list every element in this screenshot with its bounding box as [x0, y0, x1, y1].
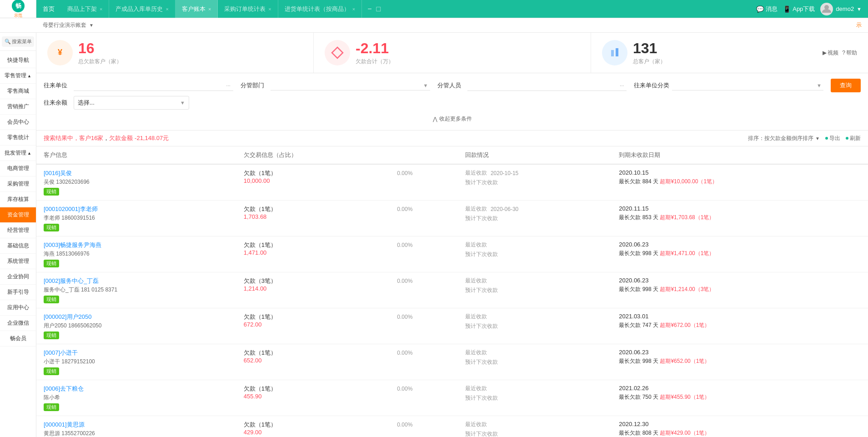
debt-amount[interactable]: 652.00 [244, 357, 383, 364]
search-menu-btn[interactable]: 🔍 搜索菜单 [2, 36, 34, 47]
customer-sub: 小迸干 18279152100 [44, 358, 229, 366]
customer-name-link[interactable]: [0003]畅捷服务尹海燕 [44, 241, 229, 249]
overdue-link[interactable]: 超期¥672.00（1笔） [660, 322, 710, 328]
sidebar-item-ecommerce[interactable]: 电商管理 [0, 161, 36, 176]
last-pay-date: 2020-06-30 [491, 206, 518, 212]
debt-pct: 0.00% [397, 350, 451, 356]
debt-label: 欠款（1笔） [244, 313, 383, 321]
avatar [820, 3, 833, 15]
debt-amount[interactable]: 1,471.00 [244, 249, 383, 256]
tab-close-icon[interactable]: × [100, 6, 102, 12]
sidebar-item-basic-info[interactable]: 基础信息 [0, 238, 36, 254]
due-date: 2020.11.15 [619, 205, 861, 212]
arrow-icon: ▲ [27, 151, 31, 156]
supplier-input[interactable] [74, 80, 233, 91]
overdue-link[interactable]: 超期¥10,000.00（1笔） [660, 178, 717, 185]
filter-dept: 分管部门 ▼ [241, 81, 430, 90]
customer-name-link[interactable]: [000002]用户2050 [44, 313, 229, 321]
tab-products-off[interactable]: 商品上下架 × [61, 0, 109, 18]
debt-amount[interactable]: 429.00 [244, 429, 383, 436]
overdue-link[interactable]: 超期¥429.00（1笔） [660, 430, 710, 436]
customer-name-link[interactable]: [0016]吴俊 [44, 169, 229, 177]
max-days: 最长欠款 998 天 [619, 250, 660, 256]
sidebar-item-system-mgmt[interactable]: 系统管理 [0, 254, 36, 269]
table-row: [000002]用户2050 用户2050 18665062050 现销 欠款（… [36, 308, 868, 344]
help-btn[interactable]: ? 帮助 [842, 49, 857, 57]
tab-close-icon[interactable]: × [208, 6, 211, 12]
debt-amount[interactable]: 10,000.00 [244, 177, 383, 184]
sidebar-item-畅会员[interactable]: 畅会员 [0, 331, 36, 347]
sidebar-item-enterprise-wechat[interactable]: 企业微信 [0, 316, 36, 331]
sidebar-item-purchase-mgmt[interactable]: 采购管理 [0, 176, 36, 192]
debt-amount[interactable]: 672.00 [244, 321, 383, 328]
overdue-link[interactable]: 超期¥455.90（1笔） [660, 394, 710, 400]
customer-name-link[interactable]: [0007]小迸干 [44, 349, 229, 357]
customer-name-link[interactable]: [0001020001]李老师 [44, 205, 229, 213]
message-btn[interactable]: 💬 消息 [756, 5, 778, 13]
tab-purchase-order[interactable]: 采购订单统计表 × [218, 0, 278, 18]
sidebar-item-retail-stats[interactable]: 零售统计 [0, 130, 36, 146]
tab-incoming-stats[interactable]: 进货单统计表（按商品） × [278, 0, 362, 18]
filter-person-wrap: ··· [467, 80, 627, 91]
minimize-btn[interactable]: − [367, 5, 371, 13]
overdue-link[interactable]: 超期¥1,214.00（3笔） [660, 286, 714, 292]
person-input[interactable] [467, 80, 627, 91]
overdue-link[interactable]: 超期¥1,471.00（1笔） [660, 250, 714, 256]
customer-name-link[interactable]: [000001]黄思源 [44, 421, 229, 429]
person-more-icon[interactable]: ··· [620, 83, 624, 88]
last-pay-label: 最近收款 [465, 313, 487, 321]
tab-customer-account[interactable]: 客户账本 × [176, 0, 218, 18]
show-btn[interactable]: 示 [856, 21, 868, 29]
debt-info-cell: 欠款（1笔） 455.90 [236, 380, 390, 416]
maximize-btn[interactable]: □ [376, 5, 381, 13]
overdue-link[interactable]: 超期¥652.00（1笔） [660, 358, 710, 364]
sidebar-item-app-center[interactable]: 应用中心 [0, 300, 36, 316]
stat-label-3: 总客户（家） [633, 58, 666, 65]
sidebar-item-enterprise-collab[interactable]: 企业协同 [0, 269, 36, 285]
company-selector[interactable]: 母婴行业演示账套 ▼ [36, 21, 100, 29]
tab-close-icon[interactable]: × [166, 6, 168, 12]
export-btn[interactable]: 导出 [825, 135, 840, 142]
dept-select[interactable]: ▼ [271, 81, 430, 90]
tab-close-icon[interactable]: × [268, 6, 271, 12]
refresh-btn[interactable]: 刷新 [846, 135, 861, 142]
sidebar-item-new-guide[interactable]: 新手引导 [0, 285, 36, 300]
sidebar-item-batch-mgmt[interactable]: 批发管理 ▲ [0, 146, 36, 161]
customer-name-link[interactable]: [0002]服务中心_丁磊 [44, 277, 229, 285]
overdue-link[interactable]: 超期¥1,703.68（1笔） [660, 214, 714, 221]
tab-home[interactable]: 首页 [36, 0, 61, 18]
app-download-btn[interactable]: 📱 App下载 [783, 5, 815, 13]
debt-amount[interactable]: 455.90 [244, 393, 383, 400]
arrow-icon: ▲ [27, 74, 31, 78]
filter-dept-label: 分管部门 [241, 81, 268, 90]
video-btn[interactable]: ▶ 视频 [823, 49, 838, 57]
balance-select[interactable]: 选择... ▼ [74, 96, 189, 110]
user-area[interactable]: demo2 ▼ [820, 3, 862, 15]
customer-badge: 现销 [44, 367, 59, 375]
logo-area: 畅 示范 [0, 0, 36, 18]
sidebar-item-finance[interactable]: 资金管理 [0, 207, 36, 223]
tab-close-icon[interactable]: × [352, 6, 355, 12]
unit-category-select[interactable]: ▼ [672, 81, 823, 90]
search-icon: 🔍 [5, 39, 11, 45]
sidebar-item-marketing[interactable]: 营销推广 [0, 99, 36, 115]
sidebar-item-operations[interactable]: 经营管理 [0, 223, 36, 238]
customer-name-link[interactable]: [0006]去下粮仓 [44, 385, 229, 393]
sidebar-item-retail-mgmt[interactable]: 零售管理 ▲ [0, 68, 36, 84]
customer-info-cell: [0001020001]李老师 李老师 18600391516 现销 [36, 201, 236, 236]
next-pay-label: 预计下次收款 [465, 215, 604, 222]
debt-amount[interactable]: 1,214.00 [244, 285, 383, 292]
query-button[interactable]: 查询 [831, 79, 861, 92]
sidebar-item-inventory[interactable]: 库存核算 [0, 192, 36, 207]
tab-production-history[interactable]: 产成品入库单历史 × [109, 0, 175, 18]
sidebar-item-retail-store[interactable]: 零售商城 [0, 84, 36, 99]
supplier-more-icon[interactable]: ··· [226, 83, 231, 88]
sidebar-item-member-center[interactable]: 会员中心 [0, 115, 36, 130]
max-days: 最长欠款 750 天 [619, 394, 660, 400]
sidebar-item-quick-nav[interactable]: 快捷导航 [0, 53, 36, 68]
sort-select[interactable]: 排序：按欠款金额倒序排序 ▼ [748, 135, 820, 142]
customer-sub: 陈小希 [44, 394, 229, 402]
sort-label: 排序：按欠款金额倒序排序 [748, 135, 813, 142]
collapse-btn[interactable]: ⋀ 收起更多条件 [44, 113, 861, 125]
debt-amount[interactable]: 1,703.68 [244, 213, 383, 220]
